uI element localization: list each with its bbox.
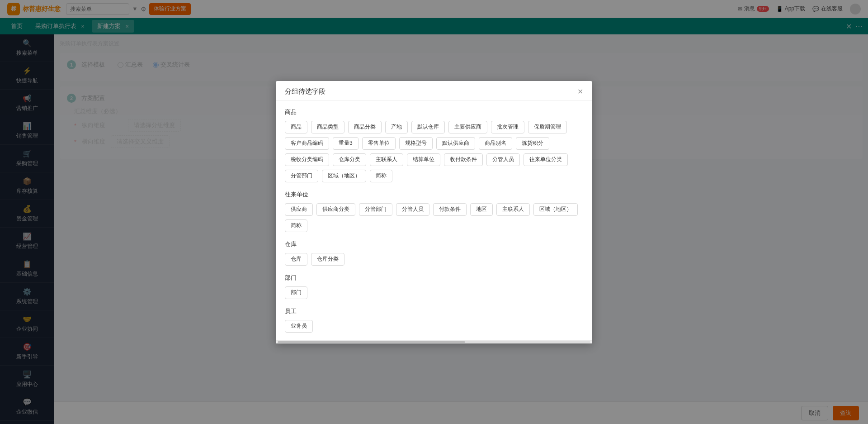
- field-product-alias[interactable]: 商品别名: [479, 137, 512, 150]
- modal-title: 分组待选字段: [285, 87, 326, 96]
- field-origin[interactable]: 产地: [385, 121, 408, 133]
- field-partner-region[interactable]: 区域（地区）: [533, 203, 578, 216]
- field-partner-contact[interactable]: 主联系人: [496, 203, 530, 216]
- field-spec-model[interactable]: 规格型号: [399, 137, 433, 150]
- field-default-supplier[interactable]: 默认供应商: [436, 137, 475, 150]
- section-staff: 员工 业务员: [285, 307, 583, 333]
- section-partner-title: 往来单位: [285, 191, 583, 199]
- field-partner-category[interactable]: 往来单位分类: [524, 153, 568, 166]
- field-main-contact[interactable]: 主联系人: [370, 153, 403, 166]
- field-main-supplier[interactable]: 主要供应商: [448, 121, 487, 133]
- modal-body[interactable]: 商品 商品 商品类型 商品分类 产地 默认仓库 主要供应商 批次管理 保质期管理…: [276, 101, 592, 341]
- section-partner: 往来单位 供应商 供应商分类 分管部门 分管人员 付款条件 地区 主联系人 区域…: [285, 191, 583, 232]
- section-product-title: 商品: [285, 108, 583, 116]
- field-partner-person[interactable]: 分管人员: [396, 203, 429, 216]
- field-area[interactable]: 地区: [470, 203, 493, 216]
- section-department-title: 部门: [285, 274, 583, 282]
- section-staff-fields: 业务员: [285, 320, 583, 333]
- field-payment-terms[interactable]: 收付款条件: [444, 153, 483, 166]
- field-shelf-life[interactable]: 保质期管理: [528, 121, 567, 133]
- field-batch-management[interactable]: 批次管理: [491, 121, 524, 133]
- field-warehouse-type[interactable]: 仓库分类: [311, 253, 344, 266]
- field-tax-code[interactable]: 税收分类编码: [285, 153, 329, 166]
- hscroll-thumb: [278, 341, 465, 343]
- section-department-fields: 部门: [285, 286, 583, 299]
- hscroll-track: [278, 341, 590, 343]
- field-sales-person[interactable]: 业务员: [285, 320, 313, 333]
- field-supplier-category[interactable]: 供应商分类: [316, 203, 355, 216]
- field-rebate-points[interactable]: 炼货积分: [516, 137, 549, 150]
- field-customer-code[interactable]: 客户商品编码: [285, 137, 329, 150]
- field-short-name[interactable]: 简称: [370, 170, 392, 182]
- field-warehouse-category[interactable]: 仓库分类: [333, 153, 366, 166]
- field-region-area[interactable]: 区域（地区）: [322, 170, 366, 182]
- field-settlement-unit[interactable]: 结算单位: [407, 153, 440, 166]
- field-select-modal: 分组待选字段 ✕ 商品 商品 商品类型 商品分类 产地 默认仓库 主要供应商 批…: [276, 81, 592, 343]
- section-partner-fields: 供应商 供应商分类 分管部门 分管人员 付款条件 地区 主联系人 区域（地区） …: [285, 203, 583, 232]
- section-department: 部门 部门: [285, 274, 583, 299]
- section-product-fields: 商品 商品类型 商品分类 产地 默认仓库 主要供应商 批次管理 保质期管理 客户…: [285, 121, 583, 182]
- field-retail-unit[interactable]: 零售单位: [362, 137, 396, 150]
- field-supervisor[interactable]: 分管人员: [486, 153, 520, 166]
- field-product[interactable]: 商品: [285, 121, 307, 133]
- modal-header: 分组待选字段 ✕: [276, 81, 592, 101]
- modal-horizontal-scrollbar[interactable]: [276, 340, 592, 343]
- field-supplier[interactable]: 供应商: [285, 203, 313, 216]
- field-partner-shortname[interactable]: 简称: [285, 219, 307, 232]
- field-dept-managed[interactable]: 分管部门: [285, 170, 318, 182]
- field-warehouse[interactable]: 仓库: [285, 253, 307, 266]
- field-payment-condition[interactable]: 付款条件: [433, 203, 467, 216]
- field-department[interactable]: 部门: [285, 286, 307, 299]
- section-staff-title: 员工: [285, 307, 583, 315]
- section-warehouse-fields: 仓库 仓库分类: [285, 253, 583, 266]
- field-weight3[interactable]: 重量3: [333, 137, 359, 150]
- field-product-category[interactable]: 商品分类: [348, 121, 382, 133]
- section-product: 商品 商品 商品类型 商品分类 产地 默认仓库 主要供应商 批次管理 保质期管理…: [285, 108, 583, 182]
- modal-close-button[interactable]: ✕: [577, 87, 583, 96]
- section-warehouse: 仓库 仓库 仓库分类: [285, 240, 583, 266]
- field-partner-dept[interactable]: 分管部门: [359, 203, 392, 216]
- field-default-warehouse[interactable]: 默认仓库: [411, 121, 445, 133]
- section-warehouse-title: 仓库: [285, 240, 583, 248]
- field-product-type[interactable]: 商品类型: [311, 121, 344, 133]
